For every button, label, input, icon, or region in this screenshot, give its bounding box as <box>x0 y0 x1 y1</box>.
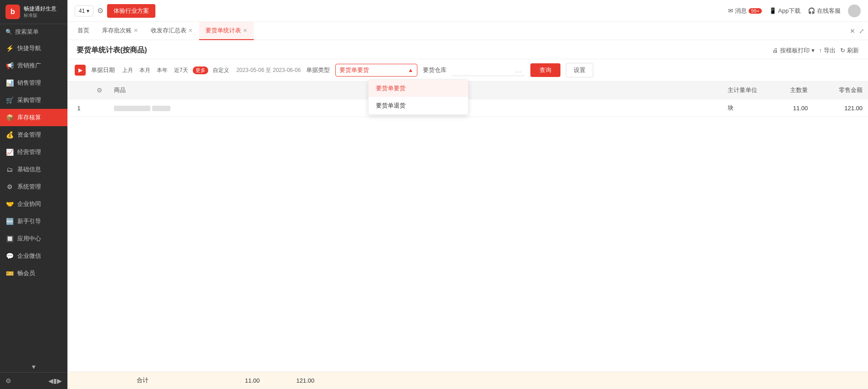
type-select-arrow: ▲ <box>408 67 413 73</box>
sidebar-item-销售管理[interactable]: 📊销售管理 <box>0 74 67 92</box>
export-icon: ↑ <box>819 47 822 54</box>
message-action[interactable]: ✉ 消息 99+ <box>728 7 762 15</box>
dropdown-option-1[interactable]: 要货单退货 <box>369 97 468 114</box>
company-selector[interactable]: 41 ▾ <box>75 5 93 16</box>
sidebar-item-企业协同[interactable]: 🤝企业协同 <box>0 195 67 213</box>
page-header-actions: 🖨 按模板打印 ▾ ↑ 导出 ↻ 刷新 <box>772 46 859 55</box>
sidebar-item-畅会员[interactable]: 🎫畅会员 <box>0 265 67 282</box>
page-header: 要货单统计表(按商品) 🖨 按模板打印 ▾ ↑ 导出 ↻ 刷新 <box>67 40 868 59</box>
message-badge: 99+ <box>749 8 762 14</box>
cell-qty-0: 11.00 <box>768 99 813 117</box>
warehouse-select[interactable]: … <box>452 65 525 76</box>
nav-icon-2: 📊 <box>5 79 14 87</box>
tab-close-3[interactable]: ✕ <box>243 27 247 34</box>
collapse-icon[interactable]: ◀▮▶ <box>48 377 62 384</box>
tab-收发存汇总表[interactable]: 收发存汇总表✕ <box>144 22 199 40</box>
online-service-action[interactable]: 🎧 在线客服 <box>808 7 841 15</box>
this-month-shortcut[interactable]: 本月 <box>138 66 152 75</box>
cell-amount-0: 121.00 <box>813 99 868 117</box>
date-range-display: 2023-05-06 至 2023-06-06 <box>236 67 301 74</box>
tab-库存批次账[interactable]: 库存批次账✕ <box>96 22 144 40</box>
last-7-days-shortcut[interactable]: 近7天 <box>172 66 190 75</box>
warehouse-filter-label: 要货仓库 <box>423 66 447 74</box>
tab-要货单统计表[interactable]: 要货单统计表✕ <box>199 22 254 40</box>
close-all-icon[interactable]: ✕ <box>850 27 855 35</box>
sidebar-item-基础信息[interactable]: 🗂基础信息 <box>0 161 67 178</box>
refresh-action[interactable]: ↻ 刷新 <box>840 46 859 55</box>
sidebar-scroll-down[interactable]: ▼ <box>0 362 67 372</box>
last-month-shortcut[interactable]: 上月 <box>120 66 135 75</box>
custom-shortcut[interactable]: 自定义 <box>211 66 231 75</box>
sidebar-item-营销推广[interactable]: 📢营销推广 <box>0 57 67 74</box>
sidebar-item-新手引导[interactable]: 🆕新手引导 <box>0 213 67 230</box>
export-action[interactable]: ↑ 导出 <box>819 46 836 55</box>
app-logo: b <box>5 5 20 19</box>
refresh-icon: ↻ <box>840 47 845 54</box>
trial-button[interactable]: 体验行业方案 <box>107 4 155 18</box>
phone-icon: 📱 <box>769 7 776 14</box>
tab-close-1[interactable]: ✕ <box>134 27 138 34</box>
message-icon: ✉ <box>728 7 733 14</box>
cell-unit-0: 块 <box>722 99 768 117</box>
sidebar-item-资金管理[interactable]: 💰资金管理 <box>0 126 67 143</box>
table-wrap: ⚙ 商品 主计量单位 主数量 零售金额 1 块 11.00 121.00 <box>67 82 868 389</box>
sidebar-item-采购管理[interactable]: 🛒采购管理 <box>0 92 67 109</box>
page-title: 要货单统计表(按商品) <box>77 46 147 55</box>
expand-icon[interactable]: ⤢ <box>859 27 864 35</box>
sidebar-item-经营管理[interactable]: 📈经营管理 <box>0 143 67 161</box>
tab-label-1: 库存批次账 <box>102 26 132 35</box>
nav-icon-9: 🤝 <box>5 200 14 208</box>
more-shortcuts[interactable]: 更多 <box>193 67 208 74</box>
sidebar-item-系统管理[interactable]: ⚙系统管理 <box>0 178 67 195</box>
type-select[interactable]: 要货单要货 ▲ <box>335 64 417 77</box>
tab-label-0: 首页 <box>77 26 89 35</box>
topbar: 41 ▾ ⚙ 体验行业方案 ✉ 消息 99+ 📱 App下载 🎧 在线客服 <box>67 0 868 22</box>
col-header-unit: 主计量单位 <box>722 82 768 99</box>
table-container: ⚙ 商品 主计量单位 主数量 零售金额 1 块 11.00 121.00 <box>67 82 868 371</box>
nav-label-4: 库存核算 <box>17 113 41 122</box>
col-header-settings: ⚙ <box>90 82 108 99</box>
table-settings-icon[interactable]: ⚙ <box>97 87 103 94</box>
sidebar-item-应用中心[interactable]: 🔲应用中心 <box>0 230 67 247</box>
app-title: 畅捷通好生意 标准版 <box>24 5 56 19</box>
search-menu[interactable]: 🔍 搜索菜单 <box>0 24 67 40</box>
filter-expand-button[interactable]: ▶ <box>75 65 86 76</box>
nav-label-0: 快捷导航 <box>17 44 41 52</box>
footer-amount: 121.00 <box>260 377 314 384</box>
print-icon: 🖨 <box>772 47 778 54</box>
sidebar: b 畅捷通好生意 标准版 🔍 搜索菜单 ⚡快捷导航📢营销推广📊销售管理🛒采购管理… <box>0 0 67 389</box>
dropdown-option-0[interactable]: 要货单要货 <box>369 80 468 97</box>
this-year-shortcut[interactable]: 本年 <box>155 66 169 75</box>
user-avatar[interactable] <box>848 5 861 17</box>
app-download-action[interactable]: 📱 App下载 <box>769 7 801 15</box>
tabs-actions: ✕ ⤢ <box>850 27 864 35</box>
cell-settings-0 <box>90 99 108 117</box>
headset-icon: 🎧 <box>808 7 815 14</box>
nav-icon-8: ⚙ <box>5 183 14 190</box>
nav-label-13: 畅会员 <box>17 269 35 277</box>
topbar-left: 41 ▾ ⚙ 体验行业方案 <box>75 4 155 18</box>
nav-label-10: 新手引导 <box>17 217 41 225</box>
tab-close-2[interactable]: ✕ <box>188 27 193 34</box>
nav-icon-6: 📈 <box>5 148 14 156</box>
filter-bar: ▶ 单据日期 上月 本月 本年 近7天 更多 自定义 2023-05-06 至 … <box>67 59 868 82</box>
sidebar-item-企业微信[interactable]: 💬企业微信 <box>0 247 67 265</box>
sidebar-nav: ⚡快捷导航📢营销推广📊销售管理🛒采购管理📦库存核算💰资金管理📈经营管理🗂基础信息… <box>0 40 67 362</box>
nav-label-8: 系统管理 <box>17 183 41 191</box>
query-button[interactable]: 查询 <box>530 63 560 77</box>
sidebar-footer: ⚙ ◀▮▶ <box>0 372 67 389</box>
cell-index-0: 1 <box>67 99 90 117</box>
nav-icon-7: 🗂 <box>5 166 14 173</box>
settings-button[interactable]: 设置 <box>566 63 593 77</box>
sidebar-item-快捷导航[interactable]: ⚡快捷导航 <box>0 40 67 57</box>
nav-label-6: 经营管理 <box>17 148 41 156</box>
chevron-down-icon: ▼ <box>31 363 37 370</box>
print-action[interactable]: 🖨 按模板打印 ▾ <box>772 46 815 55</box>
sidebar-item-库存核算[interactable]: 📦库存核算 <box>0 109 67 126</box>
nav-icon-13: 🎫 <box>5 270 14 277</box>
tab-首页[interactable]: 首页 <box>71 22 96 40</box>
settings-icon[interactable]: ⚙ <box>5 377 11 384</box>
topbar-settings-icon[interactable]: ⚙ <box>97 6 103 15</box>
col-header-index <box>67 82 90 99</box>
type-select-value: 要货单要货 <box>339 66 369 74</box>
